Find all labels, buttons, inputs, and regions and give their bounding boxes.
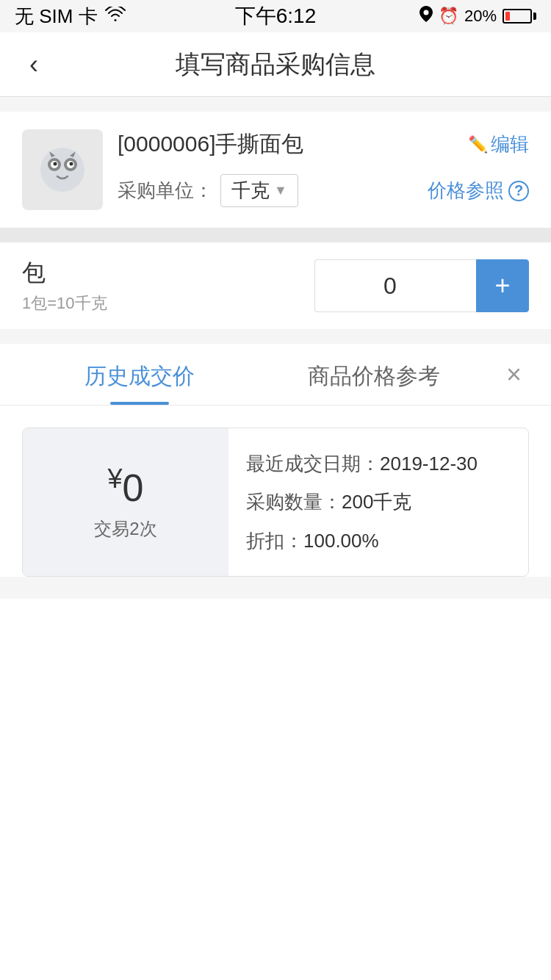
tab-history-label: 历史成交价	[84, 361, 195, 392]
recent-date-label: 最近成交日期：	[246, 453, 380, 475]
price-ref-label: 价格参照	[428, 178, 504, 203]
wifi-icon	[105, 5, 126, 28]
status-right: ⏰ 20%	[419, 6, 536, 26]
purchase-qty-label: 采购数量：	[246, 491, 342, 513]
recent-date-value: 2019-12-30	[380, 453, 478, 475]
bottom-area	[0, 599, 551, 980]
svg-point-6	[54, 162, 57, 166]
svg-point-0	[423, 10, 428, 15]
page-title: 填写商品采购信息	[176, 48, 375, 82]
back-button[interactable]: ‹	[22, 42, 46, 87]
tabs-header: 历史成交价 商品价格参考 ×	[0, 344, 551, 406]
status-left: 无 SIM 卡	[15, 4, 126, 29]
alarm-icon: ⏰	[439, 7, 458, 26]
tab-active-indicator	[110, 402, 169, 405]
recent-date-row: 最近成交日期：2019-12-30	[246, 450, 511, 477]
quantity-unit: 包	[22, 257, 107, 289]
edit-label: 编辑	[491, 131, 529, 157]
chevron-down-icon: ▼	[274, 183, 287, 198]
quantity-input-wrap: +	[314, 259, 529, 312]
product-name-row: [0000006]手撕面包 ✏️ 编辑	[118, 129, 529, 159]
product-info: [0000006]手撕面包 ✏️ 编辑 采购单位： 千克 ▼ 价格参照 ?	[118, 129, 529, 207]
purchase-qty-value: 200千克	[342, 491, 411, 513]
status-bar: 无 SIM 卡 下午6:12 ⏰ 20%	[0, 0, 551, 32]
quantity-plus-button[interactable]: +	[476, 259, 529, 312]
price-ref-button[interactable]: 价格参照 ?	[428, 178, 529, 203]
edit-button[interactable]: ✏️ 编辑	[468, 131, 529, 157]
help-icon: ?	[508, 181, 529, 201]
quantity-row: 包 1包=10千克 +	[0, 242, 551, 329]
svg-point-7	[70, 162, 73, 166]
discount-row: 折扣：100.00%	[246, 527, 511, 554]
svg-point-1	[40, 148, 84, 192]
nav-bar: ‹ 填写商品采购信息	[0, 32, 551, 97]
currency-symbol: ¥	[108, 464, 123, 494]
discount-label: 折扣：	[246, 530, 303, 552]
history-left-panel: ¥0 交易2次	[23, 428, 228, 576]
quantity-label: 包 1包=10千克	[22, 257, 107, 314]
unit-value: 千克	[231, 178, 270, 203]
section-divider	[0, 228, 551, 242]
product-full-name: [0000006]手撕面包	[118, 129, 303, 159]
history-trades: 交易2次	[94, 517, 156, 541]
status-time: 下午6:12	[235, 2, 317, 30]
quantity-input[interactable]	[314, 259, 476, 312]
battery-icon	[503, 9, 536, 24]
carrier-text: 无 SIM 卡	[15, 4, 98, 29]
quantity-unit-note: 1包=10千克	[22, 292, 107, 314]
tab-price-ref-label: 商品价格参考	[308, 361, 440, 392]
edit-icon: ✏️	[468, 135, 488, 154]
tabs-section: 历史成交价 商品价格参考 × ¥0 交易2次 最近成交日期：2019-12-30…	[0, 344, 551, 577]
history-right-panel: 最近成交日期：2019-12-30 采购数量：200千克 折扣：100.00%	[228, 428, 528, 576]
tab-history-price[interactable]: 历史成交价	[22, 344, 256, 405]
history-card: ¥0 交易2次 最近成交日期：2019-12-30 采购数量：200千克 折扣：…	[22, 428, 529, 577]
purchase-qty-row: 采购数量：200千克	[246, 489, 511, 515]
price-value: 0	[123, 466, 144, 509]
product-thumbnail	[22, 129, 103, 210]
discount-value: 100.00%	[303, 530, 379, 552]
purchase-unit-row: 采购单位： 千克 ▼ 价格参照 ?	[118, 174, 529, 207]
tab-price-reference[interactable]: 商品价格参考	[256, 344, 491, 405]
battery-percent: 20%	[464, 7, 497, 26]
close-button[interactable]: ×	[491, 354, 529, 395]
history-price: ¥0	[108, 464, 144, 510]
location-icon	[419, 6, 433, 26]
unit-select[interactable]: 千克 ▼	[220, 174, 298, 207]
purchase-unit-left: 采购单位： 千克 ▼	[118, 174, 298, 207]
purchase-unit-label: 采购单位：	[118, 178, 213, 203]
product-card: [0000006]手撕面包 ✏️ 编辑 采购单位： 千克 ▼ 价格参照 ?	[0, 112, 551, 228]
